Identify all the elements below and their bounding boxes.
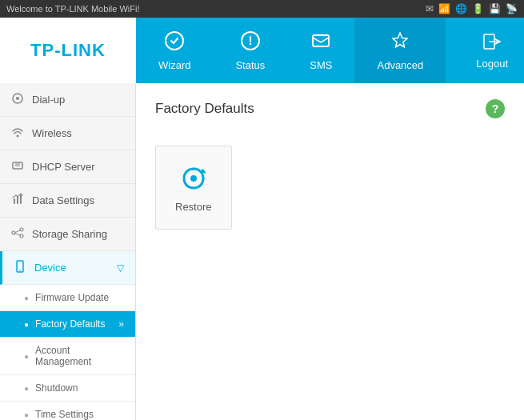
factory-bullet: ● [24,320,29,329]
wizard-icon [164,30,185,56]
storage-sharing-icon [11,226,24,242]
header: TP-LINK Wizard Status [0,18,524,83]
sub-factory-label: Factory Defaults [35,318,105,330]
advanced-icon [390,30,410,56]
main-layout: Dial-up Wireless DHCP Server [0,83,524,420]
svg-point-0 [166,32,183,50]
dial-up-icon [11,92,24,107]
svg-point-19 [19,270,21,271]
shutdown-bullet: ● [24,384,29,393]
battery-status-icon: 🔋 [472,3,484,14]
nav-advanced[interactable]: Advanced [354,18,446,83]
sms-icon [310,30,331,56]
account-bullet: ● [24,352,29,361]
nav-advanced-label: Advanced [377,59,423,71]
nav-status-label: Status [235,59,265,71]
device-icon [14,260,26,275]
help-button[interactable]: ? [486,99,505,118]
sub-item-shutdown[interactable]: ● Shutdown [0,375,135,402]
sidebar-item-dial-up[interactable]: Dial-up [0,83,135,117]
svg-line-16 [15,230,20,233]
sub-item-factory-defaults[interactable]: ● Factory Defaults » [0,311,135,338]
restore-area: Restore [155,138,505,230]
sidebar-item-device[interactable]: Device ▽ [0,251,135,285]
restore-button[interactable]: Restore [155,146,232,230]
status-bar: Welcome to TP-LINK Mobile WiFi! ✉ 📶 🌐 🔋 … [0,0,524,18]
svg-point-9 [17,135,19,138]
sidebar-device-label: Device [34,262,109,274]
svg-point-15 [20,234,23,238]
logo-area: TP-LINK [0,18,136,83]
svg-point-21 [190,175,197,182]
svg-rect-4 [313,35,329,46]
sidebar-item-wireless[interactable]: Wireless [0,117,135,150]
svg-point-14 [20,228,23,231]
svg-point-13 [12,231,15,234]
content-header: Factory Defaults ? [155,99,505,118]
nav-wizard-label: Wizard [158,59,190,71]
email-status-icon: ✉ [426,3,434,14]
nav-items: Wizard Status SMS [136,18,460,83]
sidebar-dial-up-label: Dial-up [32,94,124,106]
logout-button[interactable]: Logout [460,18,524,83]
sub-item-firmware-update[interactable]: ● Firmware Update [0,285,135,311]
sub-firmware-label: Firmware Update [35,292,109,303]
sidebar-wireless-label: Wireless [32,127,124,139]
data-settings-icon [11,193,24,208]
nav-sms[interactable]: SMS [287,18,354,83]
time-bullet: ● [24,410,29,419]
status-icon [240,30,261,56]
restore-icon [178,162,210,194]
logout-icon [482,31,502,54]
firmware-bullet: ● [24,294,29,302]
restore-label: Restore [175,201,212,213]
logo: TP-LINK [30,40,106,61]
sidebar: Dial-up Wireless DHCP Server [0,83,136,420]
logout-label: Logout [476,58,508,70]
sub-item-account-management[interactable]: ● Account Management [0,338,135,375]
sidebar-data-settings-label: Data Settings [32,194,124,206]
globe-status-icon: 🌐 [455,3,467,14]
nav-wizard[interactable]: Wizard [136,18,213,83]
svg-point-8 [16,97,19,100]
sidebar-storage-sharing-label: Storage Sharing [32,228,124,240]
factory-arrow-icon: » [118,318,124,330]
sidebar-item-dhcp[interactable]: DHCP Server [0,150,135,184]
svg-line-17 [15,234,20,236]
sub-account-label: Account Management [35,345,124,367]
sidebar-item-storage-sharing[interactable]: Storage Sharing [0,218,135,251]
nav-status[interactable]: Status [213,18,287,83]
sidebar-dhcp-label: DHCP Server [32,161,124,173]
wifi-status-icon: 📡 [506,3,518,14]
dhcp-icon [11,159,24,174]
status-icons: ✉ 📶 🌐 🔋 💾 📡 [426,3,518,14]
svg-point-3 [250,42,251,44]
nav-sms-label: SMS [310,59,332,71]
content-area: Factory Defaults ? Restore [136,83,524,420]
page-title: Factory Defaults [155,101,254,117]
device-chevron-icon: ▽ [117,262,124,274]
sidebar-item-data-settings[interactable]: Data Settings [0,184,135,218]
sub-item-time-settings[interactable]: ● Time Settings [0,402,135,420]
status-bar-title: Welcome to TP-LINK Mobile WiFi! [6,4,139,14]
storage-status-icon: 💾 [489,3,501,14]
sub-shutdown-label: Shutdown [35,382,78,394]
signal-status-icon: 📶 [438,3,450,14]
wireless-icon [11,126,24,141]
device-submenu: ● Firmware Update ● Factory Defaults » ●… [0,285,135,420]
sub-time-label: Time Settings [35,409,94,420]
